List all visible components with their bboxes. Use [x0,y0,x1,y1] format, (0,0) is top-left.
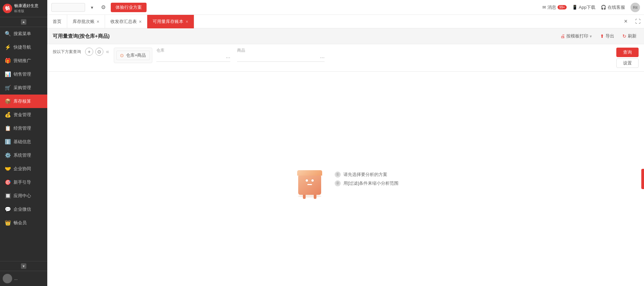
print-btn[interactable]: 🖨 按模板打印 ▾ [558,32,594,41]
headset-icon: 🎧 [601,5,606,10]
empty-state: ① 请先选择要分析的方案 ② 用[过滤]条件来缩小分析范围 [293,160,398,198]
page-actions: 🖨 按模板打印 ▾ ⬆ 导出 ↻ 刷新 [558,32,639,41]
sidebar: 畅 畅康通好生意 标准版 ▲ 🔍 搜索菜单 ⚡ 快捷导航 🎁 营销推广 📊 销售… [0,0,47,286]
filter-label: 按以下方案查询 [53,48,81,55]
sidebar-item-basic[interactable]: ℹ️ 基础信息 [0,135,47,149]
sidebar-item-label: 搜索菜单 [14,31,31,37]
warehouse-input[interactable] [156,55,224,60]
page-header: 可用量查询(按仓库+商品) 🖨 按模板打印 ▾ ⬆ 导出 ↻ 刷新 [47,28,644,44]
content-area: ① 请先选择要分析的方案 ② 用[过滤]条件来缩小分析范围 [47,72,644,286]
product-input-group: ··· [237,54,325,62]
sidebar-item-search[interactable]: 🔍 搜索菜单 [0,27,47,41]
warehouse-input-group: ··· [156,54,230,62]
print-dropdown-icon: ▾ [590,34,592,39]
brand-icon: 畅 [3,4,12,13]
app-download-btn[interactable]: 📱 App下载 [572,4,595,10]
sidebar-item-marketing[interactable]: 🎁 营销推广 [0,54,47,68]
product-more-btn[interactable]: ··· [320,55,325,61]
handshake-icon: 🤝 [5,166,11,172]
warehouse-label: 仓库 [156,48,230,53]
topbar-dropdown-btn[interactable]: ▾ [88,3,96,11]
scheme-settings-btn[interactable]: ⊙ [95,48,103,56]
online-service-btn[interactable]: 🎧 在线客服 [601,4,625,10]
tab-batch-close[interactable]: × [97,19,99,24]
tabbar: 首页 库存批次账 × 收发存汇总表 × 可用量库存账本 × × ⛶ [47,15,644,28]
avatar [3,274,12,283]
tab-batch-account[interactable]: 库存批次账 × [67,15,105,28]
filter-fields: 仓库 ··· 商品 ··· [156,48,613,62]
query-btn[interactable]: 查询 [616,48,639,57]
trial-btn[interactable]: 体验行业方案 [111,3,147,12]
tab-home-label: 首页 [53,19,61,25]
filter-schemes: + ⊙ « [85,48,110,56]
scheme-item-label: 仓库+商品 [126,52,146,58]
sidebar-item-newguide[interactable]: 🎯 新手引导 [0,176,47,189]
sidebar-item-sales[interactable]: 📊 销售管理 [0,68,47,81]
sidebar-item-system[interactable]: ⚙️ 系统管理 [0,149,47,162]
sidebar-item-label: 系统管理 [14,152,31,158]
sidebar-item-label: 畅会员 [14,220,27,226]
sidebar-item-purchase[interactable]: 🛒 采购管理 [0,81,47,95]
topbar-right: ✉ 消息 99+ 📱 App下载 🎧 在线客服 Rit [542,3,640,12]
hint2-num: ② [335,180,341,186]
export-btn[interactable]: ⬆ 导出 [598,32,616,41]
tabbar-window-close-btn[interactable]: × [620,16,632,28]
page-title: 可用量查询(按仓库+商品) [53,33,110,40]
clipboard-icon: 📋 [5,125,11,131]
refresh-btn[interactable]: ↻ 刷新 [620,32,639,41]
sidebar-item-appcenter[interactable]: 🔲 应用中心 [0,189,47,203]
scheme-panel: ⊙ 仓库+商品 [114,48,152,63]
sidebar-item-wechat[interactable]: 💬 企业微信 [0,203,47,216]
hint1-text: 请先选择要分析的方案 [343,172,387,178]
topbar-search-input[interactable] [51,3,85,12]
sidebar-item-label: 营销推广 [14,58,31,64]
sidebar-item-ops[interactable]: 📋 经营管理 [0,122,47,135]
sidebar-item-member[interactable]: 👑 畅会员 [0,216,47,230]
export-icon: ⬆ [600,33,604,39]
user-area[interactable]: ... [0,271,47,286]
crown-icon: 👑 [5,220,11,226]
cart-icon: 🛒 [5,85,11,91]
brand-sub: 标准版 [14,9,38,14]
user-avatar[interactable]: Rit [630,3,640,12]
collapse-btn[interactable]: « [105,48,110,55]
topbar: ▾ ⚙ 体验行业方案 ✉ 消息 99+ 📱 App下载 🎧 在线客服 Rit [47,0,644,15]
message-icon: ✉ [542,5,546,10]
sidebar-item-label: 资金管理 [14,112,31,118]
empty-texts: ① 请先选择要分析的方案 ② 用[过滤]条件来缩小分析范围 [335,172,398,186]
hint2-text: 用[过滤]条件来缩小分析范围 [343,180,398,186]
scheme-item-warehouse-product[interactable]: ⊙ 仓库+商品 [116,51,150,60]
search-icon: 🔍 [5,31,11,37]
message-badge: 99+ [558,5,567,9]
sidebar-item-label: 企业微信 [14,206,31,212]
gear-icon: ⚙️ [5,152,11,158]
tab-stock-close[interactable]: × [139,19,141,24]
messages-btn[interactable]: ✉ 消息 99+ [542,4,567,10]
username: ... [14,276,18,281]
add-scheme-btn[interactable]: + [85,48,93,56]
phone-icon: 📱 [572,5,577,10]
warehouse-more-btn[interactable]: ··· [226,55,230,61]
tab-stock-summary[interactable]: 收发存汇总表 × [105,15,147,28]
tab-home[interactable]: 首页 [47,15,67,28]
sidebar-item-enterprise[interactable]: 🤝 企业协同 [0,162,47,176]
product-label: 商品 [237,48,325,53]
box-body [298,175,321,195]
scroll-down-btn[interactable]: ▼ [21,263,26,269]
info-icon: ℹ️ [5,139,11,145]
scroll-up-btn[interactable]: ▲ [21,19,26,25]
brand-area[interactable]: 畅 畅康通好生意 标准版 [0,0,47,17]
product-input[interactable] [237,55,318,60]
grid-icon: 🔲 [5,193,11,199]
topbar-gear-btn[interactable]: ⚙ [99,3,108,12]
filter-settings-btn[interactable]: 设置 [616,58,639,68]
hint1: ① 请先选择要分析的方案 [335,172,398,178]
sidebar-item-label: 新手引导 [14,179,31,185]
refresh-icon: ↻ [622,33,626,39]
tabbar-expand-btn[interactable]: ⛶ [632,16,644,28]
sidebar-item-inventory[interactable]: 📦 库存核算 [0,95,47,108]
sidebar-item-funds[interactable]: 💰 资金管理 [0,108,47,122]
tab-available-ledger[interactable]: 可用量库存账本 × [147,15,194,28]
tab-available-close[interactable]: × [185,19,188,24]
sidebar-item-shortcut[interactable]: ⚡ 快捷导航 [0,41,47,54]
